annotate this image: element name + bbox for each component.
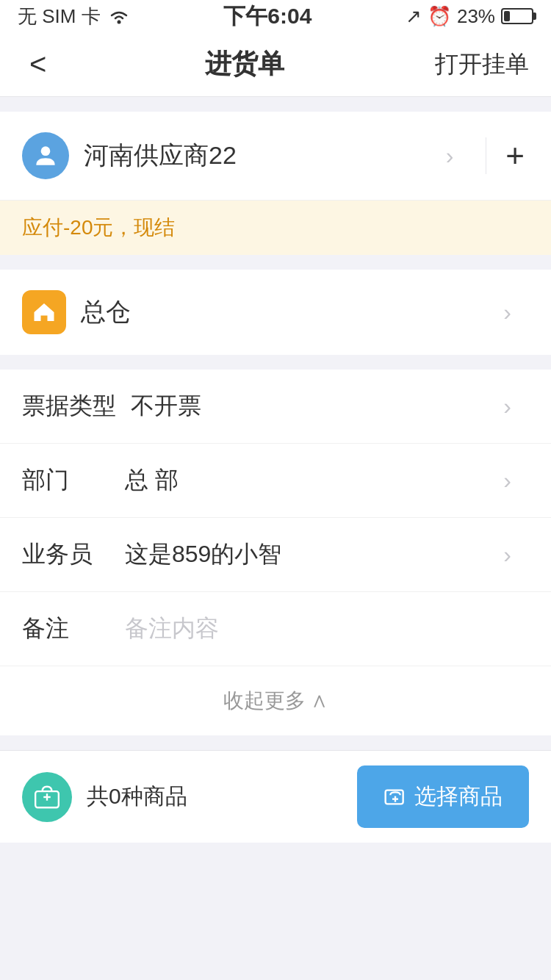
warehouse-section: 总仓 › — [0, 270, 551, 355]
add-supplier-button[interactable]: + — [501, 137, 529, 174]
warehouse-name: 总仓 — [81, 295, 503, 329]
select-product-button[interactable]: 选择商品 — [357, 765, 529, 828]
section-gap-1 — [0, 97, 551, 112]
invoice-type-row[interactable]: 票据类型 不开票 › — [0, 370, 551, 444]
department-row[interactable]: 部门 总 部 › — [0, 444, 551, 518]
remark-label: 备注 — [22, 613, 110, 645]
collapse-button[interactable]: 收起更多 ∧ — [223, 687, 328, 715]
battery-icon — [501, 8, 533, 24]
product-count-icon — [22, 772, 72, 822]
remark-input[interactable]: 备注内容 — [110, 613, 529, 645]
rest-area — [0, 843, 551, 980]
product-count-text: 共0种商品 — [87, 782, 357, 812]
collapse-row: 收起更多 ∧ — [0, 666, 551, 735]
department-chevron-icon: › — [503, 467, 511, 494]
supplier-name: 河南供应商22 — [84, 139, 446, 173]
status-bar: 无 SIM 卡 下午6:04 ↗ ⏰ 23% — [0, 0, 551, 32]
warehouse-icon — [22, 290, 66, 334]
wifi-icon — [108, 8, 130, 24]
select-product-icon — [383, 785, 407, 809]
warehouse-chevron-icon: › — [503, 299, 511, 326]
supplier-section: 河南供应商22 › + 应付-20元，现结 — [0, 112, 551, 255]
back-button[interactable]: < — [22, 40, 54, 88]
svg-point-1 — [41, 146, 51, 156]
svg-point-0 — [117, 21, 120, 24]
home-icon — [31, 299, 57, 325]
status-left: 无 SIM 卡 — [18, 4, 130, 29]
notice-text: 应付-20元，现结 — [22, 216, 175, 239]
form-section: 票据类型 不开票 › 部门 总 部 › 业务员 这是859的小智 › 备注 备注… — [0, 370, 551, 666]
divider — [486, 137, 486, 174]
cart-icon — [33, 783, 61, 811]
carrier-text: 无 SIM 卡 — [18, 4, 101, 29]
bottom-bar: 共0种商品 选择商品 — [0, 750, 551, 843]
salesperson-label: 业务员 — [22, 538, 110, 571]
supplier-chevron-icon: › — [446, 143, 454, 170]
remark-row[interactable]: 备注 备注内容 — [0, 592, 551, 666]
battery-percentage: 23% — [457, 5, 495, 28]
person-icon — [32, 142, 60, 170]
supplier-avatar — [22, 132, 69, 179]
invoice-type-chevron-icon: › — [503, 393, 511, 420]
warehouse-row[interactable]: 总仓 › — [0, 270, 551, 355]
salesperson-row[interactable]: 业务员 这是859的小智 › — [0, 518, 551, 592]
invoice-type-value: 不开票 — [116, 390, 503, 422]
department-label: 部门 — [22, 464, 110, 497]
nav-title: 进货单 — [205, 46, 284, 82]
nav-bar: < 进货单 打开挂单 — [0, 32, 551, 97]
location-icon: ↗ — [406, 5, 422, 28]
salesperson-chevron-icon: › — [503, 541, 511, 569]
alarm-icon: ⏰ — [428, 5, 451, 28]
invoice-type-label: 票据类型 — [22, 390, 116, 422]
supplier-row[interactable]: 河南供应商22 › + — [0, 112, 551, 201]
notice-banner: 应付-20元，现结 — [0, 201, 551, 255]
status-time: 下午6:04 — [223, 1, 311, 32]
section-gap-4 — [0, 735, 551, 750]
section-gap-3 — [0, 355, 551, 370]
salesperson-value: 这是859的小智 — [110, 538, 503, 571]
open-pending-button[interactable]: 打开挂单 — [435, 48, 529, 81]
select-product-label: 选择商品 — [414, 782, 503, 812]
status-right: ↗ ⏰ 23% — [406, 5, 533, 28]
department-value: 总 部 — [110, 464, 503, 497]
section-gap-2 — [0, 255, 551, 270]
